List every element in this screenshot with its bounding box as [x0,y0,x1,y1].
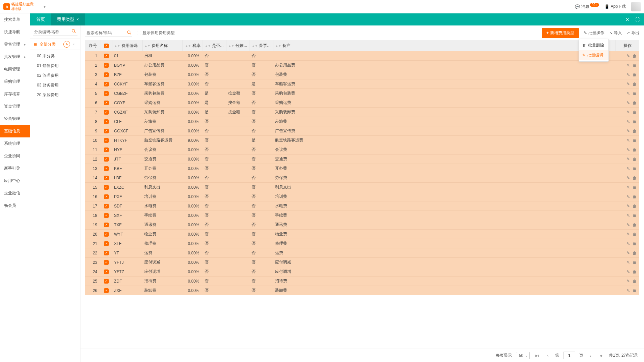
select-all-checkbox[interactable]: ✓ [104,44,109,48]
table-row[interactable]: 20✓WYF物业费0.00%否否物业费✎🗑 [85,230,639,239]
show-disabled-checkbox[interactable]: 显示停用费用类型 [137,30,175,36]
close-icon[interactable]: × [76,17,79,22]
edit-row-button[interactable]: ✎ [627,147,630,152]
row-checkbox[interactable]: ✓ [104,185,109,190]
edit-row-button[interactable]: ✎ [627,101,630,105]
delete-row-button[interactable]: 🗑 [633,251,637,255]
row-checkbox[interactable]: ✓ [104,241,109,246]
delete-row-button[interactable]: 🗑 [633,138,637,143]
edit-categories-button[interactable]: ✎ [63,41,70,48]
avatar[interactable] [631,2,641,11]
sidebar-item[interactable]: 新手引导 [0,162,30,175]
row-checkbox[interactable]: ✓ [104,176,109,180]
edit-row-button[interactable]: ✎ [627,288,630,293]
row-checkbox[interactable]: ✓ [104,110,109,115]
tree-node[interactable]: 03 财务费用 [30,80,80,90]
row-checkbox[interactable]: ✓ [104,129,109,133]
table-row[interactable]: 15✓LXZC利息支出0.00%否否利息支出✎🗑 [85,183,639,192]
row-checkbox[interactable]: ✓ [104,251,109,255]
sidebar-item[interactable]: 企业协同 [0,150,30,162]
table-row[interactable]: 18✓SXF手续费0.00%否否手续费✎🗑 [85,211,639,220]
edit-row-button[interactable]: ✎ [627,251,630,255]
col-name[interactable]: ▲▼费用名称 [142,40,182,51]
edit-row-button[interactable]: ✎ [627,157,630,162]
edit-row-button[interactable]: ✎ [627,241,630,246]
row-checkbox[interactable]: ✓ [104,166,109,171]
edit-row-button[interactable]: ✎ [627,166,630,171]
row-checkbox[interactable]: ✓ [104,232,109,237]
table-row[interactable]: 16✓PXF培训费0.00%否否培训费✎🗑 [85,192,639,201]
edit-row-button[interactable]: ✎ [627,269,630,274]
sidebar-item[interactable]: 经营管理 [0,113,30,125]
batch-edit-item[interactable]: ✎ 批量编辑 [579,50,608,60]
table-row[interactable]: 17✓SDF水电费0.00%否否水电费✎🗑 [85,201,639,211]
delete-row-button[interactable]: 🗑 [633,204,637,208]
delete-row-button[interactable]: 🗑 [633,166,637,171]
tree-node[interactable]: 00 未分类 [30,51,80,61]
delete-row-button[interactable]: 🗑 [633,269,637,274]
tree-node[interactable]: 01 销售费用 [30,61,80,71]
collapse-panel-button[interactable]: « [73,43,77,46]
delete-row-button[interactable]: 🗑 [633,129,637,133]
col-check[interactable]: ✓ [101,40,112,51]
batch-delete-item[interactable]: 🗑 批量删除 [579,41,608,50]
delete-row-button[interactable]: 🗑 [633,101,637,105]
delete-row-button[interactable]: 🗑 [633,110,637,115]
edit-row-button[interactable]: ✎ [627,232,630,237]
row-checkbox[interactable]: ✓ [104,82,109,86]
table-row[interactable]: 23✓YFTJ应付调减0.00%否否应付调减✎🗑 [85,258,639,267]
table-row[interactable]: 1✓01房租0.00%否否✎🗑 [85,51,639,61]
tab-close-all-button[interactable]: ✕ [623,15,631,23]
edit-row-button[interactable]: ✎ [627,138,630,143]
table-row[interactable]: 10✓HTKYF航空铁路客运费9.00%否是航空铁路客运费✎🗑 [85,136,639,145]
col-ticket[interactable]: ▲▼普票... [250,40,273,51]
edit-row-button[interactable]: ✎ [627,91,630,96]
col-is[interactable]: ▲▼是否... [203,40,226,51]
table-row[interactable]: 8✓CLF差旅费0.00%否否差旅费✎🗑 [85,117,639,126]
table-row[interactable]: 2✓BGYP办公用品费0.00%否否办公用品费✎🗑 [85,61,639,70]
import-button[interactable]: ↘ 导入 [609,30,622,36]
table-row[interactable]: 6✓CGYF采购运费0.00%是按金额否采购运费✎🗑 [85,98,639,108]
sidebar-item[interactable]: 畅会员 [0,199,30,212]
search-icon[interactable] [71,29,76,34]
per-page-select[interactable]: 50 ⌄ [516,352,530,359]
table-row[interactable]: 3✓BZF包装费0.00%否否包装费✎🗑 [85,70,639,79]
edit-row-button[interactable]: ✎ [627,223,630,227]
edit-row-button[interactable]: ✎ [627,185,630,190]
tree-node[interactable]: 20 采购费用 [30,90,80,100]
sidebar-item[interactable]: 电商管理 [0,63,30,75]
table-row[interactable]: 9✓GGXCF广告宣传费0.00%否否广告宣传费✎🗑 [85,126,639,136]
delete-row-button[interactable]: 🗑 [633,241,637,246]
col-seq[interactable]: 序号 [85,40,101,51]
row-checkbox[interactable]: ✓ [104,138,109,143]
sidebar-item[interactable]: 应用中心 [0,175,30,187]
sidebar-item[interactable]: 批发管理▸ [0,51,30,63]
sidebar-item[interactable]: 搜索菜单 [0,13,30,26]
first-page-button[interactable]: ⏮ [534,353,540,358]
delete-row-button[interactable]: 🗑 [633,213,637,218]
row-checkbox[interactable]: ✓ [104,204,109,208]
edit-row-button[interactable]: ✎ [627,260,630,265]
delete-row-button[interactable]: 🗑 [633,119,637,124]
sidebar-item[interactable]: 系统管理 [0,137,30,150]
tab[interactable]: 首页 [30,13,51,25]
tab[interactable]: 费用类型× [51,13,85,25]
delete-row-button[interactable]: 🗑 [633,91,637,96]
sidebar-item[interactable]: 库存核算 [0,88,30,100]
delete-row-button[interactable]: 🗑 [633,232,637,237]
table-row[interactable]: 21✓XLF修理费0.00%否否修理费✎🗑 [85,239,639,248]
delete-row-button[interactable]: 🗑 [633,279,637,284]
row-checkbox[interactable]: ✓ [104,54,109,58]
delete-row-button[interactable]: 🗑 [633,194,637,199]
col-remark[interactable]: ▲▼备注 [273,40,616,51]
row-checkbox[interactable]: ✓ [104,101,109,105]
tree-node[interactable]: 02 管理费用 [30,71,80,80]
row-checkbox[interactable]: ✓ [104,269,109,274]
fullscreen-button[interactable]: ⛶ [633,15,641,23]
row-checkbox[interactable]: ✓ [104,147,109,152]
table-row[interactable]: 4✓CCKYF车船客运费3.00%否是车船客运费✎🗑 [85,79,639,89]
delete-row-button[interactable]: 🗑 [633,54,637,58]
edit-row-button[interactable]: ✎ [627,119,630,124]
delete-row-button[interactable]: 🗑 [633,260,637,265]
delete-row-button[interactable]: 🗑 [633,157,637,162]
